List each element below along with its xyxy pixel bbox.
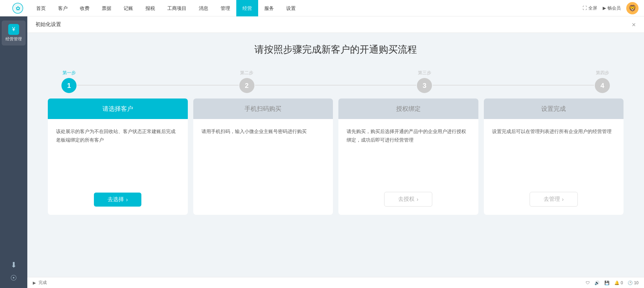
connector-1-2: › [77,85,239,86]
main-layout: ¥ 经营管理 ⬇ ☉ 初始化设置 × 请按照步骤完成新客户的开通购买流程 第一步 [0,16,644,288]
vip-button[interactable]: ▶ 畅会员 [603,5,621,11]
go-manage-button[interactable]: 去管理 › [530,192,578,207]
main-content: 请按照步骤完成新客户的开通购买流程 第一步 1 › 第二步 [27,33,644,277]
step-3-label: 第三步 [418,70,431,76]
steps-progress: 第一步 1 › 第二步 2 › [48,70,624,93]
step-2-circle: 2 [239,78,254,93]
step-1-label: 第一步 [62,70,76,76]
card-2-body: 请用手机扫码，输入小微企业主账号密码进行购买 [193,119,333,201]
card-1-body: 该处展示的客户为不在回收站、客户状态正常建账后完成老板端绑定的所有客户 [48,119,188,187]
card-1-footer: 去选择 › [48,187,188,215]
svg-text:✿: ✿ [16,5,20,11]
play-icon: ▶ [33,280,36,285]
card-3-body: 请先购买，购买后选择开通的产品中的企业用户进行授权绑定，成功后即可进行经营管理 [338,119,478,186]
sidebar-item-operation[interactable]: ¥ 经营管理 [2,21,26,45]
step-card-1: 请选择客户 该处展示的客户为不在回收站、客户状态正常建账后完成老板端绑定的所有客… [48,99,188,215]
step-2-label: 第二步 [240,70,253,76]
cards-row: 请选择客户 该处展示的客户为不在回收站、客户状态正常建账后完成老板端绑定的所有客… [48,99,624,215]
nav-item-business[interactable]: 工商项目 [161,0,193,16]
bottom-bar-right: 🛡 🔊 💾 🔔 0 🕐 10 [586,280,639,285]
sidebar-bottom: ⬇ ☉ [10,261,17,288]
clock-display: 🕐 10 [628,280,639,285]
step-4-label: 第四步 [596,70,609,76]
card-4-body: 设置完成后可以在管理列表进行所有企业用户的经营管理 [484,119,624,186]
step-3-circle: 3 [417,78,432,93]
nav-item-invoice[interactable]: 票据 [96,0,117,16]
go-authorize-button[interactable]: 去授权 › [384,192,432,207]
nav-item-accounting[interactable]: 记账 [117,0,139,16]
card-3-footer: 去授权 › [338,186,478,215]
close-button[interactable]: × [632,21,636,28]
page-header: 初始化设置 × [27,16,644,33]
notification-count: 🔔 0 [614,280,623,285]
nav-item-manage[interactable]: 管理 [214,0,236,16]
card-1-header: 请选择客户 [48,99,188,119]
step-4-circle: 4 [595,78,610,93]
step-card-4: 设置完成 设置完成后可以在管理列表进行所有企业用户的经营管理 去管理 › [484,99,624,215]
vip-icon: ▶ [603,5,606,11]
flow-title: 请按照步骤完成新客户的开通购买流程 [48,43,624,56]
nav-item-home[interactable]: 首页 [30,0,52,16]
support-icon[interactable]: ☉ [10,274,17,283]
step-2-header: 第二步 2 [239,70,254,93]
user-avatar[interactable]: 🦁 [626,2,639,14]
step-1-header: 第一步 1 [61,70,76,93]
shield-icon: 🛡 [586,280,590,285]
nav-item-tax[interactable]: 报税 [139,0,161,16]
nav-items: 首页 客户 收费 票据 记账 报税 工商项目 消息 管理 经营 服务 设置 [30,0,583,16]
card-4-footer: 去管理 › [484,186,624,215]
page-title: 初始化设置 [36,21,61,28]
step-3-header: 第三步 3 [417,70,432,93]
connector-2-3: › [255,85,417,86]
status-text: 完成 [39,280,47,286]
card-2-footer [193,201,333,215]
save-icon: 💾 [604,280,610,285]
card-3-header: 授权绑定 [338,99,478,119]
top-navigation: ✿ 首页 客户 收费 票据 记账 报税 工商项目 消息 管理 经营 服务 设置 … [0,0,644,16]
go-manage-arrow: › [562,196,564,202]
nav-item-settings[interactable]: 设置 [280,0,302,16]
nav-item-service[interactable]: 服务 [258,0,280,16]
content-area: 初始化设置 × 请按照步骤完成新客户的开通购买流程 第一步 1 › [27,16,644,288]
sidebar: ¥ 经营管理 ⬇ ☉ [0,16,27,288]
volume-icon: 🔊 [594,280,600,285]
go-select-arrow: › [126,197,128,203]
nav-right: ⛶ 全屏 ▶ 畅会员 🦁 [583,2,639,14]
bottom-bar-left: ▶ 完成 [33,280,47,286]
bottom-bar: ▶ 完成 🛡 🔊 💾 🔔 0 🕐 10 [27,277,644,288]
fullscreen-button[interactable]: ⛶ 全屏 [583,5,597,11]
go-authorize-arrow: › [417,196,418,202]
operation-icon: ¥ [8,24,19,35]
card-4-header: 设置完成 [484,99,624,119]
go-select-button[interactable]: 去选择 › [94,193,141,207]
connector-3-4: › [433,85,594,86]
nav-item-fee[interactable]: 收费 [74,0,96,16]
step-1-circle: 1 [61,78,76,93]
step-card-2: 手机扫码购买 请用手机扫码，输入小微企业主账号密码进行购买 [193,99,333,215]
nav-item-message[interactable]: 消息 [193,0,214,16]
fullscreen-icon: ⛶ [583,5,587,11]
step-card-3: 授权绑定 请先购买，购买后选择开通的产品中的企业用户进行授权绑定，成功后即可进行… [338,99,478,215]
card-2-header: 手机扫码购买 [193,99,333,119]
app-logo: ✿ [5,3,30,14]
nav-item-operation[interactable]: 经营 [236,0,258,16]
nav-item-customer[interactable]: 客户 [52,0,74,16]
step-4-header: 第四步 4 [595,70,610,93]
download-icon[interactable]: ⬇ [11,261,17,270]
